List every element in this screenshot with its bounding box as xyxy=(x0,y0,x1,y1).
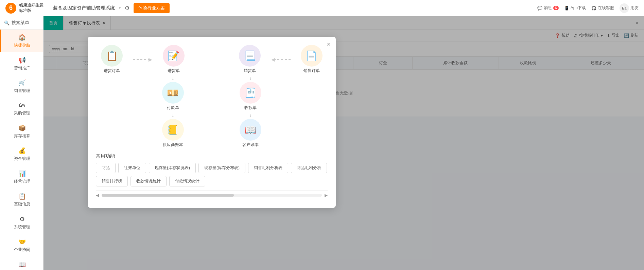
message-badge: 6 xyxy=(553,6,559,10)
sidebar-item-label: 系统管理 xyxy=(14,224,30,230)
modal-close-btn[interactable]: × xyxy=(327,41,330,48)
payment-label: 付款单 xyxy=(167,105,179,111)
user-label: 用友 xyxy=(630,5,639,11)
arrow-so-to-sd: ◀ xyxy=(271,57,291,62)
func-btn-payment-stats[interactable]: 付款情况统计 xyxy=(169,176,205,186)
sidebar-item-quick-nav[interactable]: 🏠 快捷导航 xyxy=(0,30,43,52)
receipt-label: 收款单 xyxy=(244,105,257,111)
system-title-dropdown-icon[interactable]: ▾ xyxy=(119,6,121,10)
sidebar-item-label: 销售管理 xyxy=(14,88,30,94)
arrow-po-to-pr: ▶ xyxy=(133,57,152,62)
flow-row-1: 📋 进货订单 ▶ 📝 进货单 xyxy=(96,45,328,74)
arrow-down-sd: ↓ xyxy=(240,76,261,81)
sidebar-item-label: 基础信息 xyxy=(14,201,30,207)
spacer-r2-2 xyxy=(134,82,151,111)
settings-icon[interactable]: ⚙ xyxy=(125,5,129,11)
user-profile-btn[interactable]: Ea 用友 xyxy=(620,3,639,13)
content-area: 首页 销售订单执行表 × × ❓ 帮助 🖨 按模板打印 xyxy=(43,16,644,270)
message-btn[interactable]: 💬 消息 6 xyxy=(537,5,559,11)
func-btn-product-margin[interactable]: 商品毛利分析 xyxy=(291,163,327,173)
spacer-right xyxy=(300,76,322,81)
flow-node-customer-ledger[interactable]: 📖 客户账本 xyxy=(240,119,261,148)
common-functions-section: 常用功能 商品 往来单位 现存量(库存状况表) 现存量(库存分布表) 销售毛利分… xyxy=(96,153,328,186)
app-logo-icon: 6 xyxy=(5,3,16,14)
func-btn-stock-status[interactable]: 现存量(库存状况表) xyxy=(149,163,196,173)
flow-node-sales-order[interactable]: 📄 销售订单 xyxy=(301,45,323,74)
sidebar-item-finance[interactable]: 💰 资金管理 xyxy=(0,143,43,166)
sidebar-item-label: 库存核算 xyxy=(14,133,30,139)
arrow-down-payment: ↓ xyxy=(162,113,184,118)
sidebar-item-basic-info[interactable]: 📋 基础信息 xyxy=(0,188,43,211)
func-buttons-row-2: 销售排行榜 收款情况统计 付款情况统计 xyxy=(96,176,328,186)
online-service-label: 在线客服 xyxy=(598,5,614,11)
customer-ledger-label: 客户账本 xyxy=(242,142,259,148)
func-btn-sales-margin[interactable]: 销售毛利分析表 xyxy=(248,163,288,173)
app-logo-text: 畅康通好生意标准版 xyxy=(19,3,43,13)
inventory-icon: 📦 xyxy=(18,124,26,132)
sidebar-item-guide[interactable]: 📖 新手引导 xyxy=(0,257,43,270)
flow-arrows-down-1: ↓ ↓ xyxy=(96,75,328,82)
download-icon: 📱 xyxy=(564,6,569,11)
scrollbar-area: ◀ ▶ xyxy=(96,191,328,200)
arrow-down-pr: ↓ xyxy=(162,76,184,81)
spacer-r4-2 xyxy=(134,119,151,148)
payment-icon: 💴 xyxy=(162,82,184,104)
flow-node-receipt[interactable]: 🧾 收款单 xyxy=(240,82,261,111)
sidebar-item-operations[interactable]: 📊 经营管理 xyxy=(0,166,43,188)
common-func-title: 常用功能 xyxy=(96,153,328,159)
sales-delivery-icon: 📃 xyxy=(239,45,261,67)
message-label: 消息 xyxy=(544,5,552,11)
marketing-icon: 📢 xyxy=(18,56,26,64)
sidebar-item-label: 快捷导航 xyxy=(14,42,30,48)
func-btn-receipt-stats[interactable]: 收款情况统计 xyxy=(130,176,167,186)
func-btn-stock-dist[interactable]: 现存量(库存分布表) xyxy=(198,163,245,173)
scroll-left-btn[interactable]: ◀ xyxy=(96,193,99,198)
app-download-label: App下载 xyxy=(571,5,586,11)
enterprise-icon: 🤝 xyxy=(18,238,26,246)
flow-node-purchase-receipt[interactable]: 📝 进货单 xyxy=(163,45,185,74)
flow-node-payment[interactable]: 💴 付款单 xyxy=(162,82,184,111)
user-avatar: Ea xyxy=(620,3,629,13)
scroll-right-btn[interactable]: ▶ xyxy=(325,193,328,198)
receipt-icon: 🧾 xyxy=(240,82,261,104)
func-btn-product[interactable]: 商品 xyxy=(96,163,116,173)
flow-row-3: 📒 供应商账本 📖 客户账本 xyxy=(96,119,328,148)
sidebar-item-sales[interactable]: 🛒 销售管理 xyxy=(0,75,43,98)
online-service-btn[interactable]: 🎧 在线客服 xyxy=(591,5,614,11)
sidebar-search[interactable]: 🔍 搜索菜单 xyxy=(0,16,43,30)
flow-node-purchase-order[interactable]: 📋 进货订单 xyxy=(101,45,123,74)
top-actions: 💬 消息 6 📱 App下载 🎧 在线客服 Ea 用友 xyxy=(537,3,639,13)
sidebar-item-marketing[interactable]: 📢 营销推广 xyxy=(0,52,43,75)
func-btn-counterpart[interactable]: 往来单位 xyxy=(118,163,146,173)
sidebar-item-inventory[interactable]: 📦 库存核算 xyxy=(0,120,43,143)
purchase-order-label: 进货订单 xyxy=(104,68,120,74)
spacer-mid-left xyxy=(134,76,151,81)
spacer-mid-right xyxy=(273,76,290,81)
finance-icon: 💰 xyxy=(18,147,26,155)
sidebar-item-purchase[interactable]: 🛍 采购管理 xyxy=(0,98,43,120)
flow-node-sales-delivery[interactable]: 📃 销货单 xyxy=(239,45,261,74)
scrollbar-track[interactable] xyxy=(102,194,322,197)
guide-icon: 📖 xyxy=(18,261,26,268)
func-btn-sales-rank[interactable]: 销售排行榜 xyxy=(96,176,128,186)
system-icon: ⚙ xyxy=(19,215,25,223)
service-icon: 🎧 xyxy=(591,6,596,11)
sidebar-item-enterprise[interactable]: 🤝 企业协同 xyxy=(0,234,43,257)
sidebar-item-label: 资金管理 xyxy=(14,156,30,162)
purchase-receipt-label: 进货单 xyxy=(168,68,180,74)
app-download-btn[interactable]: 📱 App下载 xyxy=(564,5,586,11)
modal-box: × 📋 进货订单 ▶ xyxy=(88,37,336,208)
supplier-ledger-label: 供应商账本 xyxy=(163,142,183,148)
spacer-r4-4 xyxy=(273,119,290,148)
flow-row-2: 💴 付款单 🧾 收款单 xyxy=(96,82,328,111)
quick-nav-icon: 🏠 xyxy=(18,34,26,41)
sidebar-item-label: 营销推广 xyxy=(14,65,30,71)
sales-order-label: 销售订单 xyxy=(303,68,320,74)
arrow-down-receipt: ↓ xyxy=(240,113,261,118)
scrollbar-thumb xyxy=(102,194,234,197)
purchase-icon: 🛍 xyxy=(19,102,25,109)
system-title: 装备及固定资产辅助管理系统 xyxy=(53,5,115,11)
flow-node-supplier-ledger[interactable]: 📒 供应商账本 xyxy=(162,119,184,148)
sidebar-item-system[interactable]: ⚙ 系统管理 xyxy=(0,211,43,234)
experience-btn[interactable]: 体验行业方案 xyxy=(134,3,170,13)
